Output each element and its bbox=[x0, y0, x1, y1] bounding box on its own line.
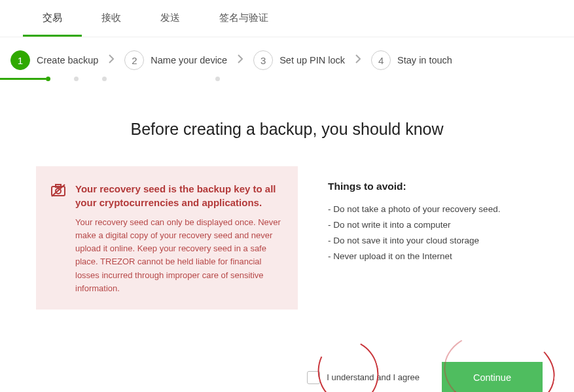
things-to-avoid: Things to avoid: - Do not take a photo o… bbox=[328, 166, 500, 310]
chevron-right-icon bbox=[102, 54, 120, 66]
progress-dot bbox=[46, 77, 50, 81]
agree-checkbox[interactable] bbox=[307, 371, 320, 384]
warning-text: Your recovery seed can only be displayed… bbox=[75, 216, 283, 295]
stepper: 1 Create backup 2 Name your device 3 Set… bbox=[0, 37, 574, 77]
chevron-right-icon bbox=[231, 54, 249, 66]
step-num-4: 4 bbox=[371, 50, 391, 70]
agree-label: I understand and I agree bbox=[327, 372, 420, 382]
step-label-3: Set up PIN lock bbox=[279, 55, 345, 65]
tab-receive[interactable]: 接收 bbox=[82, 0, 141, 37]
step-label-4: Stay in touch bbox=[397, 55, 452, 65]
warning-title: Your recovery seed is the backup key to … bbox=[75, 182, 283, 209]
chevron-right-icon bbox=[349, 54, 367, 66]
step-num-1: 1 bbox=[10, 50, 30, 70]
avoid-list: - Do not take a photo of your recovery s… bbox=[328, 204, 500, 261]
step-pin-lock[interactable]: 3 Set up PIN lock bbox=[253, 50, 345, 70]
step-name-device[interactable]: 2 Name your device bbox=[124, 50, 227, 70]
progress-line bbox=[0, 78, 46, 80]
step-num-3: 3 bbox=[253, 50, 273, 70]
progress-dot bbox=[215, 77, 220, 81]
continue-button[interactable]: Continue bbox=[442, 362, 543, 392]
progress-indicator bbox=[0, 77, 574, 82]
avoid-title: Things to avoid: bbox=[328, 181, 500, 192]
tab-transactions[interactable]: 交易 bbox=[23, 0, 82, 37]
avoid-item: - Do not write it into a computer bbox=[328, 220, 500, 230]
progress-dot bbox=[74, 77, 79, 81]
content-row: Your recovery seed is the backup key to … bbox=[0, 166, 574, 310]
avoid-item: - Never upload it on the Internet bbox=[328, 251, 500, 261]
progress-dot bbox=[102, 77, 107, 81]
step-label-1: Create backup bbox=[37, 55, 98, 65]
step-num-2: 2 bbox=[124, 50, 144, 70]
warning-box: Your recovery seed is the backup key to … bbox=[36, 166, 298, 310]
agree-row[interactable]: I understand and I agree bbox=[307, 371, 420, 384]
page-title: Before creating a backup, you should kno… bbox=[0, 120, 574, 139]
tab-send[interactable]: 发送 bbox=[141, 0, 200, 37]
step-label-2: Name your device bbox=[151, 55, 227, 65]
tab-sign-verify[interactable]: 签名与验证 bbox=[200, 0, 288, 37]
footer-actions: I understand and I agree Continue bbox=[0, 310, 574, 392]
step-create-backup[interactable]: 1 Create backup bbox=[10, 50, 98, 70]
no-camera-icon bbox=[50, 183, 66, 295]
avoid-item: - Do not save it into your cloud storage bbox=[328, 236, 500, 245]
tab-bar: 交易 接收 发送 签名与验证 bbox=[0, 0, 574, 37]
step-stay-in-touch[interactable]: 4 Stay in touch bbox=[371, 50, 452, 70]
avoid-item: - Do not take a photo of your recovery s… bbox=[328, 204, 500, 214]
